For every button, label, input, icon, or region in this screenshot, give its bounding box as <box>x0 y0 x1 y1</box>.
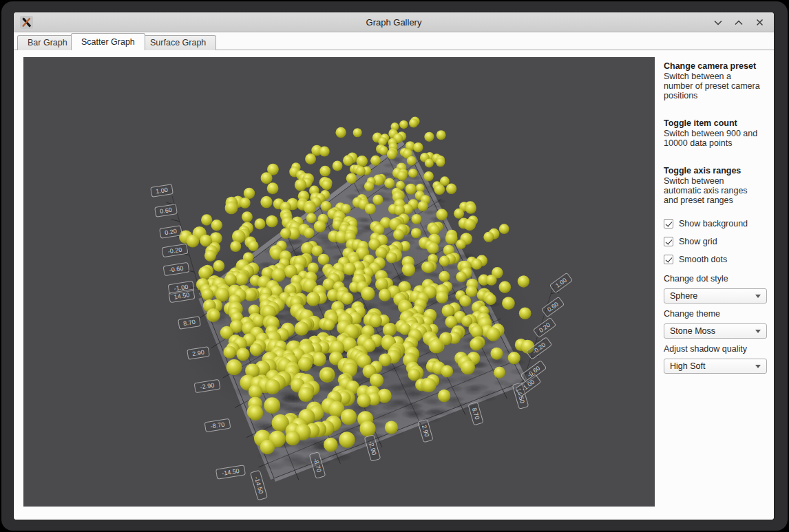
theme-dropdown[interactable]: Stone Moss <box>664 323 767 339</box>
maximize-button[interactable] <box>734 18 744 28</box>
show-grid-checkbox[interactable] <box>664 237 673 246</box>
shadow-quality-group: Adjust shadow quality High Soft <box>664 344 774 374</box>
scatter-3d-view[interactable]: 1.000.600.20-0.20-0.60-1.0014.508.702.90… <box>23 57 655 507</box>
show-background-checkbox[interactable] <box>664 219 673 228</box>
tab-scatter-graph[interactable]: Scatter Graph <box>71 33 145 50</box>
tab-bar: Bar Graph Scatter Graph Surface Graph <box>14 33 774 50</box>
close-button[interactable] <box>755 18 764 28</box>
dot-style-dropdown[interactable]: Sphere <box>664 288 767 304</box>
scatter-plot-svg[interactable]: 1.000.600.20-0.20-0.60-1.0014.508.702.90… <box>23 57 655 507</box>
toggle-item-count-button[interactable]: Toggle item count Switch between 900 and… <box>664 118 774 148</box>
app-window: Graph Gallery Bar Graph Scatter Graph Su… <box>14 12 774 520</box>
show-grid-row: Show grid <box>664 233 774 251</box>
theme-label: Change theme <box>664 309 774 319</box>
smooth-dots-row: Smooth dots <box>664 251 774 268</box>
minimize-button[interactable] <box>713 18 723 28</box>
window-title: Graph Gallery <box>14 12 774 32</box>
dot-style-label: Change dot style <box>664 274 774 284</box>
tab-bar-graph[interactable]: Bar Graph <box>17 35 78 50</box>
tab-page: 1.000.600.20-0.20-0.60-1.0014.508.702.90… <box>14 50 774 520</box>
show-background-row: Show background <box>664 215 774 233</box>
theme-group: Change theme Stone Moss <box>664 309 774 339</box>
dot-style-group: Change dot style Sphere <box>664 274 774 304</box>
title-bar[interactable]: Graph Gallery <box>14 12 774 32</box>
smooth-dots-checkbox[interactable] <box>664 255 673 264</box>
tab-surface-graph[interactable]: Surface Graph <box>140 35 216 50</box>
chevron-down-icon <box>755 365 761 368</box>
shadow-quality-label: Adjust shadow quality <box>664 344 774 354</box>
chevron-down-icon <box>755 330 761 333</box>
change-camera-preset-button[interactable]: Change camera preset Switch between a nu… <box>664 61 774 100</box>
chevron-down-icon <box>755 295 761 298</box>
toggle-axis-ranges-button[interactable]: Toggle axis ranges Switch between automa… <box>664 166 774 205</box>
sidebar: Change camera preset Switch between a nu… <box>664 57 774 520</box>
shadow-quality-dropdown[interactable]: High Soft <box>664 359 767 374</box>
